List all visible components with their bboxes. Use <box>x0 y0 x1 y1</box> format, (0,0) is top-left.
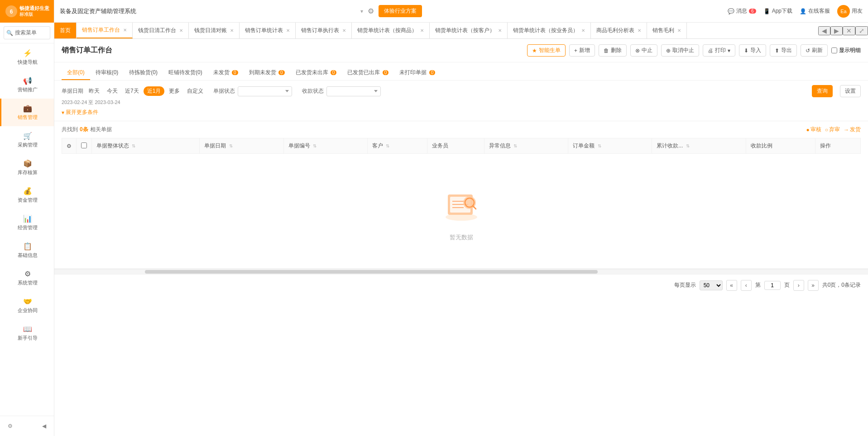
sort-abnormal-icon[interactable]: ⇅ <box>513 143 517 148</box>
user-menu-button[interactable]: Ea 用友 <box>837 5 863 18</box>
online-service-button[interactable]: 👤 在线客服 <box>800 7 830 15</box>
subtab-wangpu[interactable]: 旺铺待发货(0) <box>163 66 208 80</box>
payment-filter-select[interactable] <box>326 86 381 96</box>
tab-margin[interactable]: 商品毛利分析表 ✕ <box>591 23 647 38</box>
first-page-button[interactable]: « <box>726 280 737 291</box>
tab-cash-daily[interactable]: 钱货日清工作台 ✕ <box>133 23 189 38</box>
date-opt-7days[interactable]: 近7天 <box>122 86 142 96</box>
last-page-button[interactable]: » <box>808 280 819 291</box>
sidebar-item-enterprise[interactable]: 🤝 企业协同 <box>0 292 54 319</box>
sidebar-item-finance[interactable]: 💰 资金管理 <box>0 181 54 209</box>
subtab-shipped-not-in[interactable]: 已发货未出库 0 <box>290 66 342 80</box>
tab-sales-more[interactable]: 销售毛利 ✕ <box>647 23 687 38</box>
batch-audit-button[interactable]: ● 审核 <box>806 126 821 133</box>
sort-date-icon[interactable]: ⇅ <box>229 143 233 148</box>
sidebar-item-guide[interactable]: 📖 新手引导 <box>0 319 54 347</box>
sort-customer-icon[interactable]: ⇅ <box>386 143 389 148</box>
search-menu-button[interactable]: 🔍 搜索菜单 <box>4 26 50 39</box>
sidebar-item-operations[interactable]: 📊 经营管理 <box>0 209 54 237</box>
tab-sales-stats[interactable]: 销售订单统计表 ✕ <box>240 23 296 38</box>
subtab-pending-review[interactable]: 待审核(0) <box>90 66 124 80</box>
subtab-not-printed[interactable]: 未打印单据 0 <box>394 66 441 80</box>
inventory-label: 库存核算 <box>18 169 38 176</box>
tab-sales-more-close[interactable]: ✕ <box>677 28 681 33</box>
delete-button[interactable]: 🗑 删除 <box>599 44 627 57</box>
tab-cash-reconcile[interactable]: 钱货日清对账 ✕ <box>189 23 240 38</box>
system-title: 装备及固定资产辅助管理系统 <box>60 7 356 15</box>
print-button[interactable]: 🖨 打印 ▾ <box>703 44 735 57</box>
import-button[interactable]: ⬇ 导入 <box>739 44 766 57</box>
tab-stats-product[interactable]: 销货单统计表（按商品） ✕ <box>352 23 430 38</box>
horizontal-scrollbar[interactable] <box>54 269 868 274</box>
message-button[interactable]: 💬 消息 6 <box>728 7 756 15</box>
tab-stats-customer-close[interactable]: ✕ <box>498 28 502 33</box>
sidebar-item-purchase[interactable]: 🛒 采购管理 <box>0 126 54 154</box>
date-opt-today[interactable]: 今天 <box>104 86 120 96</box>
tab-margin-close[interactable]: ✕ <box>638 28 641 33</box>
subtab-pending-check[interactable]: 待拣验货(0) <box>124 66 163 80</box>
add-button[interactable]: + 新增 <box>569 44 595 57</box>
sort-icon[interactable]: ⇅ <box>132 143 135 148</box>
sidebar-item-system[interactable]: ⚙ 系统管理 <box>0 264 54 292</box>
tab-fullscreen-button[interactable]: ⤢ <box>855 26 868 35</box>
tab-prev-button[interactable]: ◀ <box>818 26 830 35</box>
sidebar-item-quick-nav[interactable]: ⚡ 快捷导航 <box>0 43 54 71</box>
sidebar-item-inventory[interactable]: 📦 库存核算 <box>0 154 54 181</box>
query-button[interactable]: 查询 <box>812 85 833 97</box>
per-page-select[interactable]: 50 20 100 <box>700 280 723 290</box>
scrollbar-thumb[interactable] <box>145 270 598 274</box>
tab-cash-daily-close[interactable]: ✕ <box>179 28 183 33</box>
sidebar-item-marketing[interactable]: 📢 营销推广 <box>0 71 54 99</box>
smart-create-button[interactable]: ★ 智能生单 <box>527 44 566 57</box>
batch-revoke-button[interactable]: ○ 弃审 <box>825 126 840 133</box>
date-opt-yesterday[interactable]: 昨天 <box>86 86 102 96</box>
cancel-stop-button[interactable]: ⊕ 取消中止 <box>661 44 699 57</box>
export-button[interactable]: ⬆ 导出 <box>770 44 797 57</box>
sidebar-settings-button[interactable]: ⚙ <box>5 421 15 431</box>
tab-stats-employee-close[interactable]: ✕ <box>581 28 585 33</box>
industry-solution-button[interactable]: 体验行业方案 <box>379 5 422 17</box>
tab-sales-order-close[interactable]: ✕ <box>123 28 127 33</box>
page-input[interactable] <box>764 281 781 290</box>
date-opt-more[interactable]: 更多 <box>166 86 182 96</box>
col-settings-header[interactable]: ⚙ <box>62 138 77 154</box>
sort-amount-icon[interactable]: ⇅ <box>598 143 601 148</box>
sort-number-icon[interactable]: ⇅ <box>313 143 317 148</box>
sidebar-item-sales[interactable]: 💼 销售管理 <box>0 99 54 126</box>
sidebar-collapse-button[interactable]: ◀ <box>38 421 49 431</box>
col-check-header[interactable] <box>77 138 92 154</box>
tab-stats-product-close[interactable]: ✕ <box>420 28 424 33</box>
sidebar-item-basic-info[interactable]: 📋 基础信息 <box>0 237 54 264</box>
show-detail-checkbox-label[interactable]: 显示明细 <box>831 47 861 54</box>
filter-settings-button[interactable]: 设置 <box>840 85 861 97</box>
tab-sales-exec[interactable]: 销售订单执行表 ✕ <box>296 23 352 38</box>
prev-page-button[interactable]: ‹ <box>741 280 752 291</box>
subtab-not-shipped[interactable]: 未发货 0 <box>208 66 244 80</box>
topbar-settings-icon[interactable]: ⚙ <box>368 7 374 15</box>
subtab-shipped-out[interactable]: 已发货已出库 0 <box>342 66 394 80</box>
subtab-expired[interactable]: 到期未发货 0 <box>244 66 290 80</box>
stop-button[interactable]: ⊗ 中止 <box>630 44 657 57</box>
date-opt-1month[interactable]: 近1月 <box>144 86 165 96</box>
date-opt-custom[interactable]: 自定义 <box>184 86 206 96</box>
tab-sales-stats-close[interactable]: ✕ <box>286 28 290 33</box>
tab-next-button[interactable]: ▶ <box>830 26 843 35</box>
status-filter-select[interactable] <box>238 86 292 96</box>
tab-stats-customer[interactable]: 销货单统计表（按客户） ✕ <box>430 23 508 38</box>
expand-filter-button[interactable]: ▾ 展开更多条件 <box>62 109 861 116</box>
refresh-button[interactable]: ↺ 刷新 <box>801 44 828 57</box>
tab-cash-reconcile-close[interactable]: ✕ <box>230 28 234 33</box>
tab-sales-order-workbench[interactable]: 销售订单工作台 ✕ <box>77 23 133 38</box>
select-all-checkbox[interactable] <box>81 142 87 148</box>
next-page-button[interactable]: › <box>793 280 804 291</box>
tab-stats-employee[interactable]: 销货单统计表（按业务员） ✕ <box>508 23 591 38</box>
sort-received-icon[interactable]: ⇅ <box>686 143 690 148</box>
system-dropdown-icon[interactable]: ▾ <box>360 8 363 14</box>
tab-sales-exec-close[interactable]: ✕ <box>342 28 346 33</box>
batch-ship-button[interactable]: → 发货 <box>844 126 861 133</box>
show-detail-checkbox[interactable] <box>831 47 837 53</box>
tab-home[interactable]: 首页 <box>54 23 77 38</box>
tab-close-all-button[interactable]: ✕ <box>843 26 855 35</box>
app-download-button[interactable]: 📱 App下载 <box>763 7 792 15</box>
subtab-all[interactable]: 全部(0) <box>62 66 90 80</box>
